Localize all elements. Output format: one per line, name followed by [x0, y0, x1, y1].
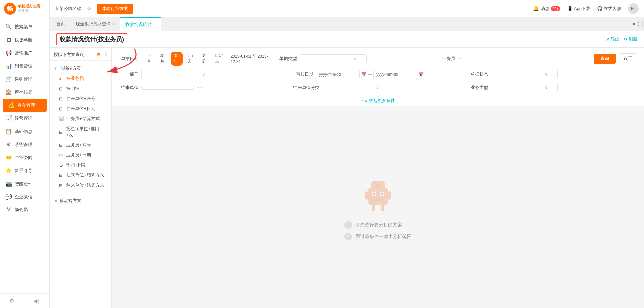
tab-receipt-stats[interactable]: 收款情况统计 × — [120, 17, 161, 31]
partner-category-field: 往来单位分类 ∨ — [293, 83, 463, 92]
sidebar-item-basic[interactable]: 📋 基础信息 — [0, 125, 49, 138]
tab-bank-flow[interactable]: 现金银行流水查询 × — [70, 17, 120, 31]
panel-icon-group: + ⚙ 《 — [92, 52, 107, 58]
date-dash: — — [368, 72, 372, 77]
sidebar-item-sales[interactable]: 📊 销售管理 — [0, 59, 49, 72]
partner-account-icon: ⊞ — [59, 96, 64, 101]
tab-close-bank-flow[interactable]: × — [113, 22, 115, 26]
tree-item-partner-account[interactable]: ⊞ 往来单位+账号 — [50, 94, 111, 104]
desktop-group-header[interactable]: ▼ 电脑端方案 — [50, 63, 111, 73]
partner-more-btn[interactable]: ··· — [198, 85, 202, 91]
settings-bottom-icon[interactable]: ⚙ — [9, 298, 14, 304]
date-tab-custom[interactable]: 自定义 — [212, 52, 227, 66]
sidebar-item-member[interactable]: V 畅会员 — [0, 203, 49, 216]
scheme-settings-btn[interactable]: ⚙ — [96, 52, 101, 58]
close-all-tabs-btn[interactable]: × — [633, 21, 635, 27]
tree-item-salesman-date[interactable]: ⚙ 业务员+日期 — [50, 150, 111, 160]
salesman-more-btn[interactable]: ··· — [458, 56, 463, 62]
tree-item-partner-settle2[interactable]: ⊞ 往来单位+结算方式 — [50, 180, 111, 190]
calendar-end-icon[interactable]: 📅 — [418, 72, 424, 77]
review-date-inputs: 📅 — 📅 — [316, 70, 424, 79]
tabs-bar: 首页 现金银行流水查询 × 收款情况统计 × × ⛶ — [50, 17, 644, 31]
empty-tips: 1 请先选择要分析的方案 2 用过滤条件来缩小分析范围 — [344, 221, 412, 240]
action-row: 查询 设置 — [594, 53, 637, 64]
phone-icon: 📱 — [567, 6, 573, 11]
sidebar-item-inventory[interactable]: 🏠 库存核算 — [0, 86, 49, 99]
refresh-btn[interactable]: ↺ 刷新 — [624, 36, 637, 42]
date-tab-this-year[interactable]: 本年 — [171, 52, 183, 66]
collapse-sidebar-icon[interactable]: ◀‖ — [33, 298, 40, 304]
collapse-panel-btn[interactable]: 《 — [103, 52, 107, 58]
sidebar-item-finance[interactable]: 💰 资金管理 — [3, 99, 47, 112]
mobile-group-header[interactable]: ▶ 移动端方案 — [50, 196, 111, 206]
sidebar-item-system[interactable]: ⚙ 系统管理 — [0, 138, 49, 151]
sidebar-menu: 🔍 搜索菜单 ⊞ 快捷导航 📢 营销推广 📊 销售管理 🛒 采购管理 🏠 — [0, 17, 49, 293]
header-gear-icon[interactable]: ⚙ — [87, 5, 91, 12]
sidebar-item-shortcut[interactable]: ⊞ 快捷导航 — [0, 33, 49, 46]
partner-input[interactable] — [141, 86, 195, 90]
sidebar-item-purchase[interactable]: 🛒 采购管理 — [0, 72, 49, 86]
user-avatar[interactable]: Rit — [628, 3, 639, 14]
tab-home[interactable]: 首页 — [51, 17, 70, 31]
app-download[interactable]: 📱 App下载 — [567, 6, 590, 12]
add-scheme-btn[interactable]: + — [92, 52, 94, 58]
tree-item-by-detail[interactable]: ⊞ 按明细 — [50, 84, 111, 94]
svg-rect-9 — [365, 191, 368, 200]
review-date-field: 审核日期 📅 — 📅 — [293, 70, 463, 79]
export-btn[interactable]: ↗ 导出 — [606, 36, 620, 42]
finance-icon: 💰 — [8, 102, 15, 108]
notification-area[interactable]: 🔔 消息 99+ — [533, 5, 560, 12]
operations-icon: 📈 — [5, 115, 12, 121]
query-btn[interactable]: 查询 — [594, 54, 616, 64]
tree-item-salesman-settle[interactable]: 📊 业务员+结算方式 — [50, 114, 111, 124]
partner-category-select[interactable]: ∨ — [322, 83, 389, 92]
empty-tip-2: 2 用过滤条件来缩小分析范围 — [344, 233, 412, 240]
date-tab-this-month[interactable]: 本月 — [157, 52, 169, 66]
collapse-btn[interactable]: ∧∧ 收起更多条件 — [361, 98, 395, 104]
svg-rect-10 — [388, 191, 391, 200]
headset-icon: 🎧 — [597, 6, 602, 11]
review-date-start-input[interactable] — [316, 70, 360, 79]
date-tab-more[interactable]: 更多 — [199, 52, 211, 66]
online-service[interactable]: 🎧 在线客服 — [597, 6, 621, 12]
bill-status-select[interactable]: ∨ — [491, 70, 558, 79]
sidebar-item-search[interactable]: 🔍 搜索菜单 — [0, 20, 49, 33]
dept-select[interactable]: ∨ — [141, 70, 215, 79]
review-date-label: 审核日期 — [293, 71, 313, 78]
calendar-start-icon[interactable]: 📅 — [361, 72, 366, 77]
maximize-btn[interactable]: ⛶ — [638, 21, 643, 27]
review-date-end-input[interactable] — [373, 70, 417, 79]
dept-label: 部门 — [118, 71, 139, 78]
date-tab-last-month[interactable]: 上月 — [144, 52, 156, 66]
tip-2-text: 用过滤条件来缩小分析范围 — [355, 234, 412, 240]
sidebar-item-wechat[interactable]: 💬 企业微信 — [0, 190, 49, 203]
svg-rect-11 — [372, 205, 375, 211]
top-header: 某某公司名称 ⚙ 体验行业方案 🔔 消息 99+ 📱 App下载 🎧 在线客服 — [50, 0, 644, 17]
partner-category-label: 往来单位分类 — [293, 85, 319, 91]
tree-item-dept-date[interactable]: ⏱ 部门+日期 — [50, 160, 111, 170]
member-icon: V — [5, 207, 12, 213]
business-type-select[interactable]: ∨ — [491, 83, 558, 92]
dept-filter-field: 部门 ∨ — [118, 70, 288, 79]
tree-item-partner-date[interactable]: ⊞ 往来单位+日期 — [50, 104, 111, 114]
filter-settings-btn[interactable]: 设置 — [619, 53, 637, 64]
bill-status-arrow: ∨ — [545, 72, 548, 77]
sidebar-item-hardware[interactable]: 📷 智能硬件 — [0, 177, 49, 190]
sidebar-item-marketing[interactable]: 📢 营销推广 — [0, 46, 49, 59]
tip-1-text: 请先选择要分析的方案 — [355, 222, 402, 228]
tree-item-by-salesman[interactable]: ● 按业务员 — [50, 73, 111, 84]
empty-state: 1 请先选择要分析的方案 2 用过滤条件来缩小分析范围 — [112, 106, 644, 308]
sidebar-item-operations[interactable]: 📈 经营管理 — [0, 112, 49, 125]
tree-item-partner-dept[interactable]: ⊞ 按往来单位+部门+收... — [50, 124, 111, 140]
dept-date-icon: ⏱ — [59, 163, 64, 168]
tree-item-salesman-account[interactable]: ⊞ 业务员+账号 — [50, 140, 111, 150]
sidebar-item-enterprise[interactable]: 🤝 企业协同 — [0, 151, 49, 164]
empty-illustration — [358, 174, 398, 215]
bill-type-select[interactable]: ∨ — [300, 54, 367, 63]
sidebar-item-newbie[interactable]: ⭐ 新手引导 — [0, 164, 49, 177]
date-tab-7days[interactable]: 近7天 — [184, 52, 198, 66]
tab-close-receipt-stats[interactable]: × — [154, 22, 156, 27]
tree-item-partner-settle1[interactable]: ⊞ 往来单位+结算方式 — [50, 170, 111, 180]
date-range-text: 2023-01-01 至 2023-12-31 — [231, 54, 272, 64]
trial-btn[interactable]: 体验行业方案 — [97, 4, 133, 14]
